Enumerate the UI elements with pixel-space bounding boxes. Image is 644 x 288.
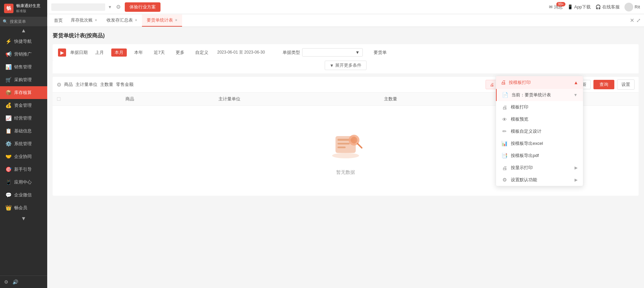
- expand-more-icon: ▼: [330, 63, 334, 68]
- date-filter-label: 单据日期: [70, 50, 88, 56]
- sidebar-item-sales[interactable]: 📊 销售管理: [0, 61, 47, 73]
- tab-home[interactable]: 首页: [51, 15, 66, 26]
- dropdown-current-label: 当前：要货单统计表: [511, 92, 551, 98]
- dropdown-template-preview-label: 模板预览: [511, 116, 528, 122]
- date-current-month-button[interactable]: 本月: [111, 49, 127, 57]
- sidebar-item-inventory-label: 库存核算: [14, 90, 32, 96]
- dropdown-template-print-icon: 🖨: [501, 104, 507, 110]
- filter-toggle-button[interactable]: ▶: [58, 49, 66, 57]
- tab-order-stats[interactable]: 要货单统计表 ×: [142, 14, 182, 27]
- table-settings-icon[interactable]: ⚙: [57, 82, 61, 88]
- tab-close-all-icon[interactable]: ✕: [630, 17, 634, 24]
- volume-footer-button[interactable]: 🔊: [12, 279, 18, 285]
- sidebar-logo: 畅 畅康通好生意 标准版: [0, 0, 47, 17]
- sidebar-item-operations[interactable]: 📈 经营管理: [0, 112, 47, 125]
- type-select-dropdown[interactable]: ▼: [302, 48, 363, 57]
- sidebar-item-appstore[interactable]: 📱 应用中心: [0, 176, 47, 189]
- dropdown-item-current[interactable]: 📄 当前：要货单统计表 ▼: [496, 89, 583, 101]
- table-col-label: 商品: [64, 82, 73, 88]
- svg-point-6: [351, 137, 357, 143]
- message-button[interactable]: ✉ 消息 99+: [549, 4, 563, 10]
- expand-more-label: 展开更多条件: [335, 62, 361, 68]
- sidebar-item-member[interactable]: 👑 畅会员: [0, 201, 47, 214]
- date-more-button[interactable]: 更多: [172, 49, 188, 57]
- sidebar-item-finance[interactable]: 💰 资金管理: [0, 99, 47, 112]
- topbar-gear-icon[interactable]: ⚙: [116, 4, 121, 10]
- dropdown-header[interactable]: 🖨 按模板打印 ▲: [496, 76, 583, 89]
- finance-icon: 💰: [5, 102, 11, 108]
- settings-footer-button[interactable]: ⚙: [4, 279, 8, 285]
- dropdown-title: 按模板打印: [509, 79, 531, 86]
- dropdown-collapse-arrow[interactable]: ▲: [574, 80, 578, 85]
- experience-industry-button[interactable]: 体验行业方案: [125, 2, 160, 12]
- dropdown-item-export-pdf[interactable]: 📑 按模板导出pdf: [496, 150, 583, 162]
- sidebar-item-operations-label: 经营管理: [14, 115, 32, 121]
- sidebar-item-basic-label: 基础信息: [14, 128, 32, 134]
- sidebar-item-marketing[interactable]: 📢 营销推广: [0, 48, 47, 61]
- dropdown-template-design-icon: ✏: [501, 128, 507, 134]
- topbar-right: ✉ 消息 99+ 📱 App下载 🎧 在线客服 Rit: [549, 3, 640, 11]
- search-menu-label: 搜索菜单: [10, 19, 26, 25]
- select-all-checkbox[interactable]: ☐: [57, 96, 61, 102]
- sidebar-item-inventory[interactable]: 📦 库存核算: [0, 86, 47, 99]
- dropdown-item-template-preview[interactable]: 👁 模板预览: [496, 113, 583, 125]
- sidebar-item-wechat[interactable]: 💬 企业微信: [0, 189, 47, 201]
- date-custom-button[interactable]: 自定义: [192, 49, 212, 57]
- message-icon: ✉: [549, 4, 553, 9]
- scroll-down-button[interactable]: ▼: [0, 214, 47, 223]
- dropdown-item-set-default[interactable]: ⚙ 设置默认功能 ▶: [496, 174, 583, 186]
- marketing-icon: 📢: [5, 51, 11, 57]
- dropdown-item-template-design[interactable]: ✏ 模板自定义设计: [496, 125, 583, 137]
- table-col-qty-label: 主数量: [100, 82, 113, 88]
- dropdown-template-design-label: 模板自定义设计: [511, 128, 541, 134]
- guide-icon: 🎯: [5, 166, 11, 172]
- sidebar-item-member-label: 畅会员: [14, 205, 27, 211]
- tab-receipt-summary-label: 收发存汇总表: [107, 17, 133, 23]
- online-service-icon: 🎧: [595, 4, 601, 9]
- topbar: ▼ ⚙ 体验行业方案 ✉ 消息 99+ 📱 App下载 🎧 在线客服 Rit: [47, 0, 644, 14]
- message-badge: 99+: [556, 2, 565, 6]
- tab-order-stats-close[interactable]: ×: [175, 18, 177, 23]
- tab-maximize-icon[interactable]: ⤢: [636, 17, 641, 24]
- table-config-button[interactable]: 设置: [617, 79, 635, 90]
- dropdown-export-pdf-label: 按模板导出pdf: [511, 153, 539, 159]
- dropdown-item-display-print[interactable]: 🖨 按显示打印 ▶: [496, 162, 583, 174]
- sidebar-item-guide[interactable]: 🎯 新手引导: [0, 163, 47, 176]
- query-button[interactable]: 查询: [593, 80, 614, 89]
- sidebar-item-cooperation[interactable]: 🤝 企业协同: [0, 150, 47, 163]
- date-current-year-button[interactable]: 本年: [131, 49, 146, 57]
- date-prev-month-button[interactable]: 上月: [92, 49, 107, 57]
- tabs-bar: 首页 库存批次账 × 收发存汇总表 × 要货单统计表 × ✕ ⤢: [47, 14, 644, 27]
- svg-rect-3: [338, 143, 350, 145]
- tab-inventory-batch-close[interactable]: ×: [95, 18, 97, 23]
- sidebar-item-marketing-label: 营销推广: [14, 51, 32, 57]
- date-last-7days-button[interactable]: 近7天: [150, 49, 168, 57]
- svg-rect-4: [338, 147, 346, 148]
- app-download-button[interactable]: 📱 App下载: [567, 4, 591, 10]
- dropdown-print-icon: 🖨: [501, 79, 506, 86]
- sidebar-item-purchase-label: 采购管理: [14, 77, 32, 83]
- sidebar-item-shortcut[interactable]: ⚡ 快捷导航: [0, 35, 47, 48]
- user-avatar-button[interactable]: Rit: [624, 3, 640, 11]
- sidebar-item-purchase[interactable]: 🛒 采购管理: [0, 73, 47, 86]
- sidebar-item-basic[interactable]: 📋 基础信息: [0, 125, 47, 137]
- tab-inventory-batch[interactable]: 库存批次账 ×: [66, 14, 102, 27]
- sidebar-item-system[interactable]: ⚙️ 系统管理: [0, 137, 47, 150]
- system-icon: ⚙️: [5, 141, 11, 147]
- expand-more-container: ▼ 展开更多条件: [53, 61, 639, 73]
- topbar-search-input[interactable]: [51, 3, 105, 11]
- search-menu-button[interactable]: 🔍 搜索菜单: [0, 17, 47, 26]
- tab-receipt-summary[interactable]: 收发存汇总表 ×: [102, 14, 142, 27]
- basic-icon: 📋: [5, 128, 11, 134]
- search-icon: 🔍: [3, 19, 8, 24]
- topbar-chevron-icon[interactable]: ▼: [108, 5, 112, 9]
- page-title: 要货单统计表(按商品): [53, 32, 639, 39]
- print-dropdown-menu: 🖨 按模板打印 ▲ 📄 当前：要货单统计表 ▼ 🖨 模板打印 👁 模板预览 ✏: [496, 76, 583, 186]
- svg-line-7: [357, 143, 362, 148]
- dropdown-item-export-excel[interactable]: 📊 按模板导出excel: [496, 137, 583, 150]
- online-service-button[interactable]: 🎧 在线客服: [595, 4, 620, 10]
- expand-more-button[interactable]: ▼ 展开更多条件: [325, 61, 367, 70]
- tab-receipt-summary-close[interactable]: ×: [135, 18, 137, 23]
- dropdown-item-template-print[interactable]: 🖨 模板打印: [496, 101, 583, 113]
- scroll-up-button[interactable]: ▲: [0, 26, 47, 35]
